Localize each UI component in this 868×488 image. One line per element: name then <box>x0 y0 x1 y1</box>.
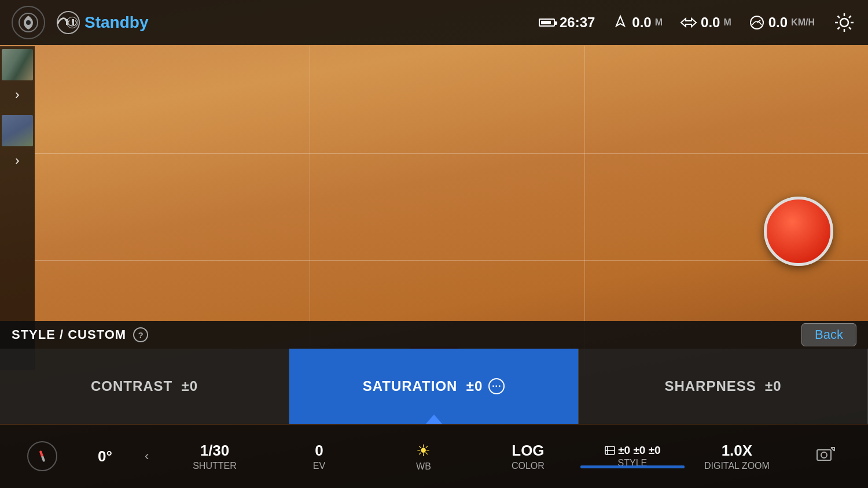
svg-point-1 <box>26 20 31 25</box>
grid-line-h2 <box>35 260 868 261</box>
settings-icon[interactable] <box>832 10 856 35</box>
altitude-icon <box>612 14 628 31</box>
shutter-value: 1/30 <box>200 442 230 460</box>
ev-label: EV <box>313 461 325 471</box>
digital-zoom-value: 1.0X <box>722 442 753 460</box>
shutter-item[interactable]: 1/30 SHUTTER <box>163 442 267 471</box>
active-arrow-up <box>426 415 442 424</box>
distance-icon <box>680 16 697 29</box>
style-icon <box>604 445 616 456</box>
battery-time: 26:37 <box>560 14 595 31</box>
speed-icon <box>749 14 765 31</box>
battery-stat: 26:37 <box>539 14 595 31</box>
camera-search-item[interactable] <box>789 445 862 468</box>
more-options-icon[interactable]: ··· <box>488 378 505 394</box>
standby-icon <box>57 11 80 34</box>
color-item[interactable]: LOG COLOR <box>476 442 580 471</box>
battery-icon <box>539 19 555 27</box>
distance-value: 0.0 <box>701 14 720 31</box>
altitude-unit: M <box>655 17 663 28</box>
settings-panel: CONTRAST ±0 SATURATION ±0 ··· SHARPNESS … <box>0 349 868 424</box>
degrees-value: 0° <box>98 448 112 465</box>
saturation-label: SATURATION <box>363 378 466 394</box>
wb-item[interactable]: ☀ WB <box>372 441 476 472</box>
distance-unit: M <box>723 17 731 28</box>
contrast-item[interactable]: CONTRAST ±0 <box>0 349 289 424</box>
thumbnail-1[interactable] <box>2 49 33 80</box>
chevron-item[interactable]: ‹ <box>131 449 163 464</box>
speed-value: 0.0 <box>768 14 788 31</box>
sharpness-value: ±0 <box>765 378 782 394</box>
camera-search-icon <box>815 445 837 468</box>
help-icon[interactable]: ? <box>133 327 148 342</box>
ev-value: 0 <box>315 442 323 460</box>
chevron-left-icon: ‹ <box>145 449 149 464</box>
sharpness-label: SHARPNESS <box>664 378 765 394</box>
digital-zoom-label: DIGITAL ZOOM <box>704 461 770 471</box>
wb-label: WB <box>416 461 431 472</box>
saturation-item[interactable]: SATURATION ±0 ··· <box>289 349 579 424</box>
thumbnail-2[interactable] <box>2 115 33 146</box>
svg-line-12 <box>838 16 840 19</box>
style-item[interactable]: ±0 ±0 ±0 STYLE <box>580 444 685 468</box>
distance-stat: 0.0 M <box>680 14 731 31</box>
svg-rect-19 <box>817 450 831 460</box>
contrast-label: CONTRAST <box>91 378 182 394</box>
speed-unit: KM/H <box>791 17 815 28</box>
bottom-bar: 0° ‹ 1/30 SHUTTER 0 EV ☀ WB LOG COLOR ±0… <box>0 424 868 488</box>
degrees-item[interactable]: 0° <box>79 448 131 465</box>
svg-point-7 <box>840 19 848 27</box>
ev-item[interactable]: 0 EV <box>267 442 371 471</box>
expand-arrow-1[interactable]: › <box>0 83 35 107</box>
sun-icon: ☀ <box>416 441 431 460</box>
svg-line-13 <box>849 27 851 29</box>
record-button[interactable] <box>764 197 833 266</box>
top-stats: 26:37 0.0 M 0.0 M 0.0 KM/H <box>539 10 856 35</box>
style-label: STYLE / CUSTOM <box>12 327 126 342</box>
sharpness-item[interactable]: SHARPNESS ±0 <box>579 349 868 424</box>
svg-line-14 <box>849 16 851 19</box>
svg-line-15 <box>838 27 840 29</box>
color-value: LOG <box>512 442 544 460</box>
contrast-value: ±0 <box>182 378 198 394</box>
style-active-bar <box>580 465 685 468</box>
altitude-stat: 0.0 M <box>612 14 663 31</box>
back-button[interactable]: Back <box>801 323 856 346</box>
compass-needle <box>39 450 46 462</box>
expand-arrow-2[interactable]: › <box>0 149 35 173</box>
compass-item[interactable] <box>6 441 79 471</box>
app-logo <box>12 6 45 39</box>
status-indicator: Standby <box>57 11 148 34</box>
style-value-container: ±0 ±0 ±0 <box>604 444 661 457</box>
altitude-value: 0.0 <box>632 14 651 31</box>
grid-line-h1 <box>35 153 868 154</box>
svg-marker-4 <box>616 16 624 26</box>
style-bar: STYLE / CUSTOM ? Back <box>0 321 868 349</box>
color-label: COLOR <box>512 461 545 471</box>
compass-dial <box>27 441 57 471</box>
saturation-value: ±0 <box>466 378 483 394</box>
shutter-label: SHUTTER <box>193 461 237 471</box>
top-bar: Standby 26:37 0.0 M 0.0 M <box>0 0 868 45</box>
speed-stat: 0.0 KM/H <box>749 14 815 31</box>
standby-label: Standby <box>84 13 148 32</box>
svg-point-20 <box>821 452 827 458</box>
digital-zoom-item[interactable]: 1.0X DIGITAL ZOOM <box>685 442 789 471</box>
style-value: ±0 ±0 ±0 <box>618 444 661 457</box>
